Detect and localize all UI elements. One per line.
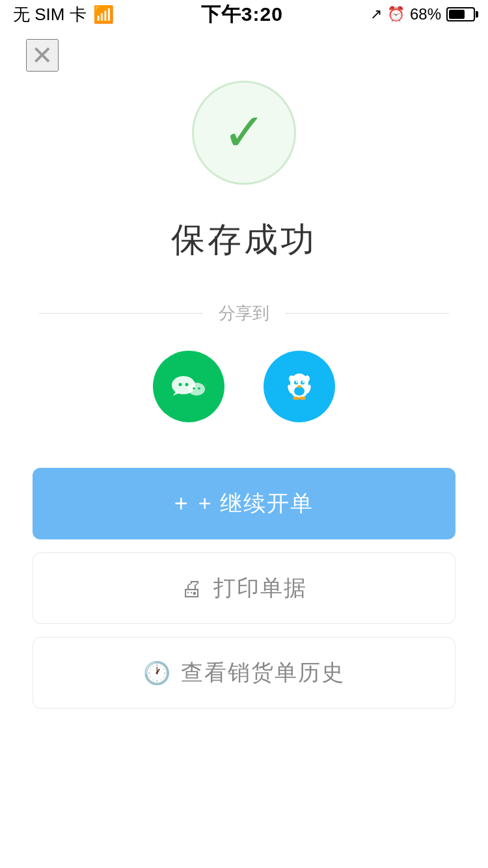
- alarm-icon: ⏰: [387, 6, 405, 23]
- view-history-label: 查看销货单历史: [181, 658, 345, 688]
- print-receipt-label: 打印单据: [213, 573, 307, 603]
- svg-point-13: [303, 381, 305, 383]
- svg-point-4: [185, 383, 189, 387]
- time-display: 下午3:20: [201, 1, 283, 28]
- share-wechat-button[interactable]: [153, 351, 224, 422]
- plus-icon: +: [174, 490, 188, 517]
- share-buttons-container: [153, 351, 335, 422]
- history-icon: 🕐: [143, 660, 170, 686]
- printer-icon: 🖨: [181, 576, 203, 601]
- svg-point-1: [188, 383, 205, 396]
- divider-right: [285, 313, 449, 314]
- status-bar: 无 SIM 卡 📶 下午3:20 ↗ ⏰ 68%: [0, 0, 488, 29]
- status-right: ↗ ⏰ 68%: [370, 5, 475, 23]
- qq-icon: [281, 368, 318, 405]
- svg-point-18: [299, 397, 306, 400]
- continue-order-button[interactable]: + + 继续开单: [33, 468, 455, 539]
- close-button[interactable]: ✕: [26, 39, 59, 72]
- view-history-button[interactable]: 🕐 查看销货单历史: [33, 637, 455, 709]
- svg-point-16: [305, 375, 310, 382]
- svg-point-12: [296, 381, 298, 383]
- status-left: 无 SIM 卡 📶: [13, 3, 114, 26]
- action-buttons-container: + + 继续开单 🖨 打印单据 🕐 查看销货单历史: [0, 468, 488, 709]
- share-qq-button[interactable]: [264, 351, 335, 422]
- no-sim-label: 无 SIM 卡: [13, 3, 87, 26]
- svg-point-14: [297, 385, 301, 388]
- svg-point-6: [198, 387, 200, 390]
- close-icon: ✕: [31, 42, 53, 68]
- share-label: 分享到: [203, 302, 285, 325]
- battery-icon: [446, 7, 475, 21]
- svg-point-15: [289, 375, 294, 382]
- svg-point-9: [294, 387, 305, 396]
- success-title: 保存成功: [171, 217, 317, 263]
- checkmark-icon: ✓: [223, 107, 266, 159]
- main-content: ✓ 保存成功 分享到: [0, 29, 488, 709]
- battery-indicator: [446, 7, 475, 21]
- svg-point-17: [293, 397, 299, 400]
- battery-fill: [449, 10, 465, 19]
- wechat-icon: [169, 367, 208, 406]
- svg-point-3: [179, 383, 182, 387]
- share-divider: 分享到: [0, 302, 488, 325]
- success-circle: ✓: [192, 81, 296, 185]
- divider-left: [39, 313, 203, 314]
- svg-point-5: [193, 387, 195, 390]
- continue-order-label: + 继续开单: [198, 489, 314, 519]
- location-icon: ↗: [370, 6, 382, 23]
- print-receipt-button[interactable]: 🖨 打印单据: [33, 552, 455, 624]
- battery-percent: 68%: [410, 5, 441, 23]
- wifi-icon: 📶: [93, 5, 114, 25]
